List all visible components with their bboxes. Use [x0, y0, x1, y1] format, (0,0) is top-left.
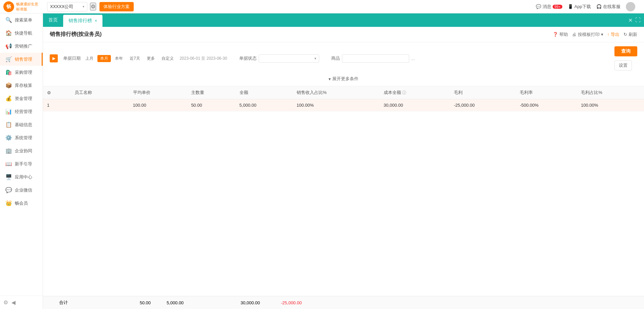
sidebar-item-inventory[interactable]: 📦 库存核算 — [0, 79, 43, 92]
col-amount: 全额 — [235, 86, 293, 99]
filter-row: ▶ 单据日期 上月本月本年近7天更多自定义 2023-06-01 至 2023-… — [50, 46, 637, 70]
company-selector[interactable]: XXXXX公司 ▾ — [47, 2, 87, 11]
help-button[interactable]: ❓ 帮助 — [553, 32, 568, 38]
appstore-icon: 🖥️ — [5, 174, 12, 180]
sidebar-settings-icon[interactable]: ⚙ — [3, 299, 8, 306]
sidebar-label-basic: 基础信息 — [15, 122, 32, 128]
cell-revenue-pct: 100.00% — [293, 99, 380, 111]
sidebar-label-system: 系统管理 — [15, 135, 32, 141]
sidebar-item-finance[interactable]: 💰 资金管理 — [0, 92, 43, 105]
status-select[interactable] — [259, 54, 319, 63]
cell-avg-price: 100.00 — [129, 99, 187, 111]
sidebar-item-wechat[interactable]: 💬 企业微信 — [0, 184, 43, 197]
sidebar-label-marketing: 营销推广 — [15, 43, 32, 49]
print-button[interactable]: 🖨 按模板打印 ▾ — [572, 32, 603, 38]
sidebar-label-search: 搜索菜单 — [15, 17, 32, 23]
data-table: ⚙ 员工名称 平均单价 主数量 全额 销售收入占比% 成本全额 ⓘ 毛利 毛利率 — [43, 86, 644, 111]
finance-icon: 💰 — [5, 95, 12, 102]
top-bar-right: 💬 消息 99+ 📱 App下载 🎧 在线客服 — [536, 2, 641, 11]
col-profit: 毛利 — [450, 86, 516, 99]
goods-input[interactable] — [342, 54, 409, 63]
headset-icon: 🎧 — [596, 4, 602, 9]
sidebar-label-member: 畅会员 — [15, 200, 28, 206]
sidebar-label-purchase: 采购管理 — [15, 69, 32, 75]
message-label: 消息 — [543, 4, 551, 10]
app-download-button[interactable]: 📱 App下载 — [568, 4, 591, 10]
set-button[interactable]: 设置 — [614, 60, 632, 70]
sidebar-label-inventory: 库存核算 — [15, 83, 32, 89]
sidebar-item-member[interactable]: 👑 畅会员 — [0, 197, 43, 210]
sidebar-item-purchase[interactable]: 🛍️ 采购管理 — [0, 66, 43, 79]
sidebar: 🔍 搜索菜单 🏠 快捷导航 📢 营销推广 🛒 销售管理 🛍️ 采购管理 📦 库存… — [0, 13, 43, 309]
sidebar-item-appstore[interactable]: 🖥️ 应用中心 — [0, 170, 43, 184]
settings-icon[interactable]: ⚙ — [90, 3, 96, 10]
sidebar-item-enterprise[interactable]: 🏢 企业协同 — [0, 144, 43, 157]
date-tab-上月[interactable]: 上月 — [83, 55, 96, 62]
tab-sales-ranking[interactable]: 销售排行榜 × — [63, 15, 102, 27]
goods-filter: 商品 ... — [331, 54, 415, 63]
date-range: 2023-06-01 至 2023-06-30 — [180, 56, 227, 61]
date-tab-本年[interactable]: 本年 — [112, 55, 126, 62]
status-filter: 单据状态 — [239, 54, 319, 63]
sidebar-collapse-icon[interactable]: ◀ — [11, 299, 15, 306]
refresh-button[interactable]: ↻ 刷新 — [624, 32, 637, 38]
sidebar-label-enterprise: 企业协同 — [15, 148, 32, 154]
sidebar-label-shortcut: 快捷导航 — [15, 30, 32, 36]
sidebar-item-shortcut[interactable]: 🏠 快捷导航 — [0, 27, 43, 40]
online-service-button[interactable]: 🎧 在线客服 — [596, 4, 620, 10]
filter-toggle-icon[interactable]: ▶ — [50, 54, 58, 62]
member-icon: 👑 — [5, 200, 12, 206]
date-filter-label: 单据日期 — [63, 55, 81, 61]
expand-button[interactable]: ▾ 展开更多条件 — [329, 76, 358, 82]
query-button[interactable]: 查询 — [614, 46, 637, 56]
tab-expand-icon[interactable]: ⛶ — [635, 17, 641, 23]
system-icon: ⚙️ — [5, 135, 12, 141]
col-qty: 主数量 — [187, 86, 235, 99]
col-cost: 成本全额 ⓘ — [380, 86, 450, 99]
sidebar-item-newbie[interactable]: 📖 新手引导 — [0, 157, 43, 170]
sidebar-item-marketing[interactable]: 📢 营销推广 — [0, 40, 43, 53]
cell-qty: 50.00 — [187, 99, 235, 111]
tab-bar-actions: ✕ ⛶ — [628, 17, 644, 23]
date-tab-更多[interactable]: 更多 — [144, 55, 158, 62]
sidebar-item-operations[interactable]: 📊 经营管理 — [0, 105, 43, 118]
cell-cost: 30,000.00 — [380, 99, 450, 111]
inventory-icon: 📦 — [5, 82, 12, 89]
page-actions: ❓ 帮助 🖨 按模板打印 ▾ ↑ 导出 ↻ — [553, 32, 638, 38]
table-row: 1 100.00 50.00 5,000.00 100.00% 30,000.0… — [43, 99, 644, 111]
sidebar-item-search[interactable]: 🔍 搜索菜单 — [0, 13, 43, 27]
table-body: 1 100.00 50.00 5,000.00 100.00% 30,000.0… — [43, 99, 644, 111]
date-tab-自定义[interactable]: 自定义 — [159, 55, 176, 62]
goods-more-icon[interactable]: ... — [411, 56, 415, 61]
cell-name — [71, 99, 129, 111]
logo-icon: 畅 — [3, 1, 14, 12]
tab-close-window-icon[interactable]: ✕ — [628, 17, 633, 23]
logo-text: 畅康通好生意 标准版 — [16, 2, 38, 11]
date-tab-近7天[interactable]: 近7天 — [127, 55, 143, 62]
date-filter: 单据日期 上月本月本年近7天更多自定义 2023-06-01 至 2023-06… — [63, 55, 227, 62]
tab-bar: 首页 销售排行榜 × ✕ ⛶ — [43, 13, 644, 27]
sidebar-item-system[interactable]: ⚙️ 系统管理 — [0, 131, 43, 144]
marketing-icon: 📢 — [5, 43, 12, 49]
sidebar-label-sales: 销售管理 — [15, 56, 32, 62]
footer-qty: 50.00 — [136, 300, 163, 305]
cost-info-icon[interactable]: ⓘ — [402, 90, 406, 95]
table-wrapper: ⚙ 员工名称 平均单价 主数量 全额 销售收入占比% 成本全额 ⓘ 毛利 毛利率 — [43, 86, 644, 309]
export-button[interactable]: ↑ 导出 — [607, 32, 620, 38]
sidebar-item-sales[interactable]: 🛒 销售管理 — [0, 53, 43, 66]
tab-close-icon[interactable]: × — [95, 18, 97, 23]
message-button[interactable]: 💬 消息 99+ — [536, 4, 562, 10]
sidebar-item-basic[interactable]: 📋 基础信息 — [0, 118, 43, 131]
trial-button[interactable]: 体验行业方案 — [99, 2, 134, 11]
sales-icon: 🛒 — [5, 56, 12, 62]
sidebar-label-wechat: 企业微信 — [15, 187, 32, 193]
col-settings[interactable]: ⚙ — [43, 86, 71, 99]
tab-home[interactable]: 首页 — [43, 13, 63, 27]
avatar[interactable] — [626, 2, 635, 11]
print-icon: 🖨 — [572, 32, 576, 37]
status-select-wrap — [259, 54, 319, 63]
footer-label: 合计 — [55, 300, 102, 306]
table-scroll[interactable]: ⚙ 员工名称 平均单价 主数量 全额 销售收入占比% 成本全额 ⓘ 毛利 毛利率 — [43, 86, 644, 296]
date-tab-本月[interactable]: 本月 — [97, 55, 111, 62]
company-dropdown-icon: ▾ — [83, 5, 84, 8]
